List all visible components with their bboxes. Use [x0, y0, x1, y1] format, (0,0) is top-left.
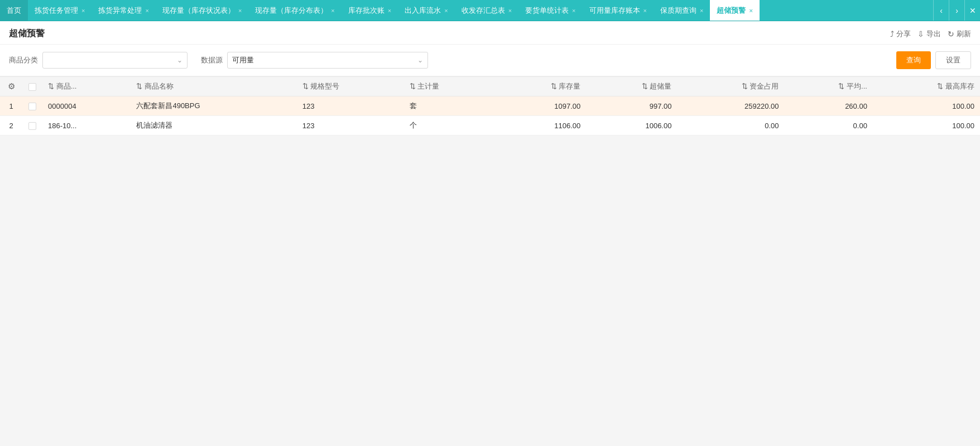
datasource-dropdown-icon: ⌄	[417, 56, 423, 64]
close-tab-icon[interactable]: ×	[643, 7, 647, 14]
row-maxstock: 100.00	[873, 96, 980, 116]
refresh-action[interactable]: ↻ 刷新	[948, 29, 971, 39]
row-num: 2	[0, 116, 22, 135]
row-name: 机油滤清器	[131, 116, 296, 135]
close-tab-icon[interactable]: ×	[145, 7, 148, 14]
th-capital[interactable]: ⇅ 资金占用	[677, 77, 784, 96]
nav-item-拣货任务管理[interactable]: 拣货任务管理 ×	[28, 0, 92, 21]
datasource-value: 可用量	[232, 55, 254, 65]
nav-item-首页[interactable]: 首页	[0, 0, 28, 21]
row-checkbox-cell	[22, 96, 42, 116]
row-name: 六配套新昌490BPG	[131, 96, 296, 116]
query-button[interactable]: 查询	[896, 51, 931, 69]
row-avg: 0.00	[784, 116, 872, 135]
close-tab-icon[interactable]: ×	[700, 7, 703, 14]
refresh-label: 刷新	[957, 29, 971, 39]
header-actions: ⤴ 分享 ⇩ 导出 ↻ 刷新	[890, 29, 971, 39]
row-over: 1006.00	[586, 116, 677, 135]
settings-button[interactable]: 设置	[935, 51, 971, 69]
datasource-filter: 数据源 可用量 ⌄	[201, 52, 428, 69]
row-unit: 套	[404, 96, 495, 116]
nav-item-超储预警[interactable]: 超储预警 ×	[710, 0, 759, 21]
th-capital-label: 资金占用	[750, 82, 779, 90]
page-container: 超储预警 ⤴ 分享 ⇩ 导出 ↻ 刷新 商品分类 ⌄ 数据源	[0, 21, 980, 135]
row-spec: 123	[297, 116, 404, 135]
close-tab-icon[interactable]: ×	[388, 7, 391, 14]
filter-actions: 查询 设置	[896, 51, 971, 69]
category-select[interactable]: ⌄	[42, 52, 188, 69]
nav-item-要货单统计表[interactable]: 要货单统计表 ×	[518, 0, 582, 21]
th-name[interactable]: ⇅ 商品名称	[131, 77, 296, 96]
table-row: 2 186-10... 机油滤清器 123 个 1106.00 1006.00 …	[0, 116, 980, 135]
th-over-label: 超储量	[650, 82, 671, 90]
nav-item-出入库流水[interactable]: 出入库流水 ×	[398, 0, 454, 21]
top-nav: 首页拣货任务管理 ×拣货异常处理 ×现存量（库存状况表） ×现存量（库存分布表）…	[0, 0, 980, 21]
nav-arrows: ‹ › ✕	[933, 0, 980, 21]
nav-item-现存量库存状况表[interactable]: 现存量（库存状况表） ×	[156, 0, 248, 21]
row-avg: 260.00	[784, 96, 872, 116]
category-label: 商品分类	[9, 55, 38, 65]
row-capital: 259220.00	[677, 96, 784, 116]
close-tab-icon[interactable]: ×	[444, 7, 448, 14]
close-tab-icon[interactable]: ×	[238, 7, 242, 14]
refresh-icon: ↻	[948, 30, 954, 38]
nav-item-可用量库存账本[interactable]: 可用量库存账本 ×	[583, 0, 654, 21]
th-stock-label: 库存量	[559, 82, 580, 90]
th-name-label: 商品名称	[145, 82, 174, 90]
nav-item-库存批次账[interactable]: 库存批次账 ×	[342, 0, 398, 21]
th-gear: ⚙	[0, 77, 22, 96]
select-all-checkbox[interactable]	[28, 83, 36, 91]
gear-icon[interactable]: ⚙	[8, 81, 15, 91]
th-avg-label: 平均...	[847, 82, 867, 90]
datasource-select[interactable]: 可用量 ⌄	[227, 52, 428, 69]
row-num: 1	[0, 96, 22, 116]
row-spec: 123	[297, 96, 404, 116]
close-tab-icon[interactable]: ×	[572, 7, 575, 14]
filter-area: 商品分类 ⌄ 数据源 可用量 ⌄ 查询 设置	[0, 45, 980, 76]
th-spec[interactable]: ⇅ 规格型号	[297, 77, 404, 96]
row-checkbox-cell	[22, 116, 42, 135]
table-header-row: ⚙ ⇅ 商品... ⇅ 商品名称 ⇅ 规格型号 ⇅ 主计量	[0, 77, 980, 96]
nav-close-button[interactable]: ✕	[964, 0, 980, 21]
close-tab-icon[interactable]: ×	[508, 7, 512, 14]
export-label: 导出	[926, 29, 941, 39]
row-checkbox[interactable]	[28, 103, 36, 110]
row-checkbox[interactable]	[28, 122, 36, 130]
table-row: 1 0000004 六配套新昌490BPG 123 套 1097.00 997.…	[0, 96, 980, 116]
th-maxstock-label: 最高库存	[945, 82, 974, 90]
nav-item-现存量库存分布表[interactable]: 现存量（库存分布表） ×	[248, 0, 341, 21]
nav-item-拣货异常处理[interactable]: 拣货异常处理 ×	[92, 0, 155, 21]
close-tab-icon[interactable]: ×	[749, 7, 752, 14]
nav-prev-button[interactable]: ‹	[933, 0, 949, 21]
th-spec-label: 规格型号	[310, 82, 339, 90]
th-stock[interactable]: ⇅ 库存量	[495, 77, 586, 96]
row-capital: 0.00	[677, 116, 784, 135]
category-filter: 商品分类 ⌄	[9, 52, 188, 69]
nav-item-保质期查询[interactable]: 保质期查询 ×	[654, 0, 710, 21]
th-maxstock[interactable]: ⇅ 最高库存	[873, 77, 980, 96]
share-icon: ⤴	[890, 30, 894, 38]
category-dropdown-icon: ⌄	[177, 56, 182, 64]
row-code: 0000004	[42, 96, 131, 116]
export-action[interactable]: ⇩ 导出	[917, 29, 941, 39]
datasource-label: 数据源	[201, 55, 223, 65]
data-table: ⚙ ⇅ 商品... ⇅ 商品名称 ⇅ 规格型号 ⇅ 主计量	[0, 76, 980, 135]
row-maxstock: 100.00	[873, 116, 980, 135]
row-stock: 1106.00	[495, 116, 586, 135]
th-avg[interactable]: ⇅ 平均...	[784, 77, 872, 96]
close-tab-icon[interactable]: ×	[81, 7, 85, 14]
th-unit[interactable]: ⇅ 主计量	[404, 77, 495, 96]
row-code: 186-10...	[42, 116, 131, 135]
row-stock: 1097.00	[495, 96, 586, 116]
close-tab-icon[interactable]: ×	[331, 7, 334, 14]
page-header: 超储预警 ⤴ 分享 ⇩ 导出 ↻ 刷新	[0, 21, 980, 45]
nav-item-收发存汇总表[interactable]: 收发存汇总表 ×	[455, 0, 518, 21]
share-action[interactable]: ⤴ 分享	[890, 29, 911, 39]
data-table-container: ⚙ ⇅ 商品... ⇅ 商品名称 ⇅ 规格型号 ⇅ 主计量	[0, 76, 980, 135]
row-over: 997.00	[586, 96, 677, 116]
th-code[interactable]: ⇅ 商品...	[42, 77, 131, 96]
row-unit: 个	[404, 116, 495, 135]
th-over[interactable]: ⇅ 超储量	[586, 77, 677, 96]
nav-next-button[interactable]: ›	[949, 0, 964, 21]
share-label: 分享	[896, 29, 911, 39]
